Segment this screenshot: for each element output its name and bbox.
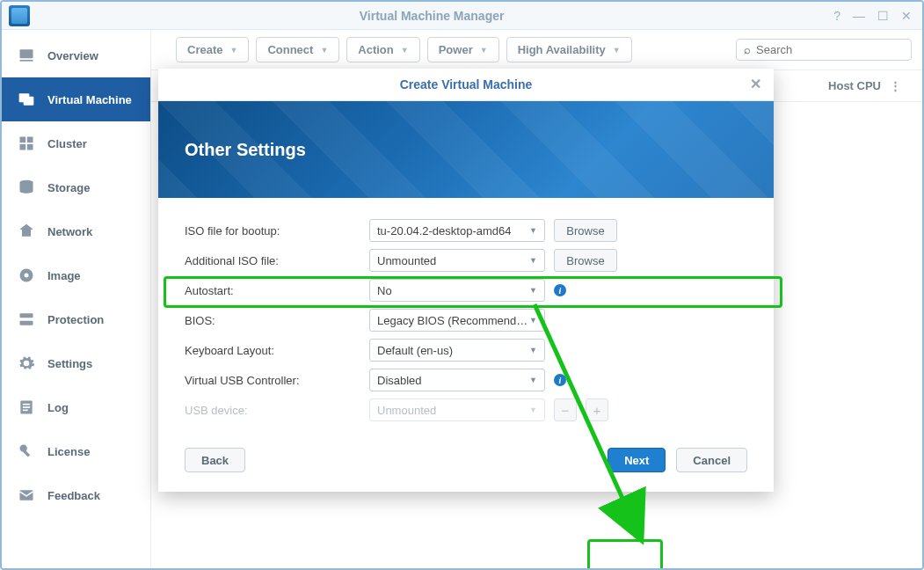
sidebar-item-label: Cluster (47, 137, 87, 150)
back-button[interactable]: Back (185, 448, 245, 472)
window-title: Virtual Machine Manager (30, 9, 833, 23)
modal-title: Create Virtual Machine (400, 77, 533, 91)
usb-controller-select[interactable]: Disabled ▼ (369, 369, 545, 391)
iso-bootup-label: ISO file for bootup: (185, 224, 360, 238)
action-button[interactable]: Action▼ (346, 37, 419, 62)
sidebar-item-network[interactable]: Network (2, 209, 150, 253)
sidebar-item-label: Image (47, 269, 81, 282)
svg-rect-14 (23, 404, 30, 406)
overview-icon (18, 47, 35, 64)
chevron-down-icon: ▼ (529, 316, 537, 325)
sidebar-item-settings[interactable]: Settings (2, 341, 150, 385)
svg-rect-18 (23, 449, 30, 457)
modal-body: ISO file for bootup: tu-20.04.2-desktop-… (158, 198, 774, 435)
search-input[interactable] (756, 43, 904, 56)
additional-iso-select[interactable]: Unmounted ▼ (369, 249, 545, 272)
protection-icon (18, 311, 35, 328)
sidebar-item-virtual-machine[interactable]: Virtual Machine (2, 77, 150, 121)
usb-controller-info-icon[interactable]: i (554, 374, 566, 386)
cluster-icon (18, 135, 35, 152)
license-icon (18, 442, 35, 460)
close-icon[interactable]: ✕ (901, 9, 912, 23)
network-icon (18, 223, 35, 240)
create-button[interactable]: Create▼ (176, 37, 249, 62)
sidebar-item-label: Protection (47, 313, 104, 326)
image-icon (18, 267, 35, 284)
bios-label: BIOS: (185, 314, 360, 327)
minimize-icon[interactable]: — (853, 9, 865, 23)
next-button[interactable]: Next (608, 448, 666, 472)
column-menu-icon[interactable]: ⋮ (890, 79, 901, 92)
search-icon: ⌕ (744, 43, 751, 56)
ha-button[interactable]: High Availability▼ (506, 37, 632, 62)
sidebar-item-image[interactable]: Image (2, 253, 150, 297)
sidebar-item-label: Log (47, 401, 69, 414)
svg-rect-5 (27, 137, 33, 143)
keyboard-layout-select[interactable]: Default (en-us) ▼ (369, 339, 545, 362)
sidebar: Overview Virtual Machine Cluster Storage… (2, 30, 151, 568)
svg-rect-3 (24, 97, 34, 106)
row-usb-device: USB device: Unmounted ▼ − + (185, 395, 747, 425)
autostart-info-icon[interactable]: i (554, 284, 566, 296)
row-iso-bootup: ISO file for bootup: tu-20.04.2-desktop-… (185, 216, 747, 245)
additional-iso-browse-button[interactable]: Browse (554, 249, 617, 272)
sidebar-item-protection[interactable]: Protection (2, 297, 150, 341)
svg-rect-6 (20, 144, 26, 150)
usb-device-select: Unmounted ▼ (369, 398, 545, 421)
chevron-down-icon: ▼ (229, 46, 237, 55)
sidebar-item-label: Settings (47, 357, 92, 370)
usb-device-label: USB device: (185, 404, 360, 417)
row-usb-controller: Virtual USB Controller: Disabled ▼ i (185, 365, 747, 395)
row-additional-iso: Additional ISO file: Unmounted ▼ Browse (185, 245, 747, 275)
chevron-down-icon: ▼ (320, 46, 328, 55)
modal-hero: Other Settings (158, 101, 774, 198)
iso-bootup-select[interactable]: tu-20.04.2-desktop-amd64 ▼ (369, 219, 545, 242)
sidebar-item-label: Network (47, 225, 92, 238)
titlebar: Virtual Machine Manager ? — ☐ ✕ (2, 2, 922, 30)
iso-bootup-browse-button[interactable]: Browse (554, 219, 617, 242)
maximize-icon[interactable]: ☐ (877, 9, 889, 23)
sidebar-item-overview[interactable]: Overview (2, 33, 150, 77)
cancel-button[interactable]: Cancel (676, 448, 747, 472)
chevron-down-icon: ▼ (529, 286, 537, 295)
autostart-label: Autostart: (185, 284, 360, 297)
chevron-down-icon: ▼ (480, 46, 488, 55)
sidebar-item-feedback[interactable]: Feedback (2, 473, 150, 517)
settings-icon (18, 354, 35, 372)
usb-device-remove-button: − (554, 398, 577, 421)
svg-rect-11 (20, 313, 33, 318)
sidebar-item-log[interactable]: Log (2, 385, 150, 429)
autostart-select[interactable]: No ▼ (369, 279, 545, 302)
bios-select[interactable]: Legacy BIOS (Recommended) ▼ (369, 309, 545, 332)
svg-rect-0 (20, 49, 33, 58)
log-icon (18, 398, 35, 416)
svg-rect-15 (23, 406, 30, 408)
window-controls: ? — ☐ ✕ (833, 9, 922, 23)
feedback-icon (18, 486, 35, 504)
app-icon (9, 5, 30, 26)
chevron-down-icon: ▼ (613, 46, 621, 55)
usb-controller-label: Virtual USB Controller: (185, 374, 360, 387)
row-keyboard-layout: Keyboard Layout: Default (en-us) ▼ (185, 335, 747, 365)
modal-footer: Back Next Cancel (158, 435, 774, 492)
row-bios: BIOS: Legacy BIOS (Recommended) ▼ (185, 305, 747, 335)
virtual-machine-icon (18, 91, 35, 108)
toolbar: Create▼ Connect▼ Action▼ Power▼ High Ava… (151, 30, 922, 70)
svg-rect-4 (20, 137, 26, 143)
svg-rect-16 (23, 410, 28, 412)
modal-heading: Other Settings (185, 140, 306, 160)
sidebar-item-storage[interactable]: Storage (2, 165, 150, 209)
keyboard-layout-label: Keyboard Layout: (185, 344, 360, 357)
sidebar-item-label: Storage (47, 181, 90, 194)
sidebar-item-license[interactable]: License (2, 429, 150, 473)
modal-close-icon[interactable]: ✕ (750, 76, 761, 92)
power-button[interactable]: Power▼ (427, 37, 499, 62)
svg-rect-1 (20, 60, 33, 62)
connect-button[interactable]: Connect▼ (256, 37, 339, 62)
sidebar-item-cluster[interactable]: Cluster (2, 121, 150, 165)
search-box[interactable]: ⌕ (736, 39, 912, 61)
svg-point-10 (25, 274, 29, 278)
sidebar-item-label: License (47, 445, 90, 458)
help-icon[interactable]: ? (833, 9, 840, 23)
create-vm-modal: Create Virtual Machine ✕ Other Settings … (158, 69, 774, 492)
